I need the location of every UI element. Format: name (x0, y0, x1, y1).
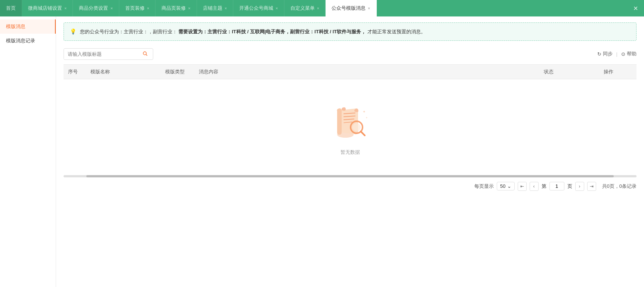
empty-state-row: ✦ ✦ 暂无数据 (64, 79, 637, 171)
empty-illustration: ✦ ✦ (330, 102, 371, 143)
main-layout: 模版消息 模版消息记录 💡 您的公众号行业为：主营行业：，副营行业： 需要设置为… (0, 16, 644, 287)
help-button[interactable]: ⊙ 帮助 (621, 51, 637, 57)
scroll-track[interactable] (64, 175, 637, 177)
nav-tab-template-msg[interactable]: 公众号模版消息 × (326, 0, 376, 16)
per-page-label: 每页显示 (474, 183, 494, 190)
close-tab-open-mall[interactable]: × (275, 6, 278, 10)
notice-box: 💡 您的公众号行业为：主营行业：，副营行业： 需要设置为：主营行业：IT科技 /… (64, 22, 637, 41)
nav-tab-open-mall-label: 开通公众号商城 (239, 5, 273, 12)
per-page-value: 50 (500, 183, 505, 189)
last-page-button[interactable]: ⇥ (587, 182, 596, 191)
nav-tab-wsc-settings[interactable]: 微商城店铺设置 × (22, 0, 73, 16)
search-bar: ↻ 同步 | ⊙ 帮助 (64, 48, 637, 60)
nav-tab-home[interactable]: 首页 (0, 0, 22, 16)
main-content: 💡 您的公众号行业为：主营行业：，副营行业： 需要设置为：主营行业：IT科技 /… (56, 16, 644, 287)
col-status: 状态 (539, 64, 599, 79)
notice-icon: 💡 (70, 28, 76, 34)
svg-text:✦: ✦ (366, 116, 368, 119)
search-input-wrap[interactable] (64, 48, 153, 60)
table-header-row: 序号 模版名称 模版类型 消息内容 状态 操作 (64, 64, 637, 79)
sidebar: 模版消息 模版消息记录 (0, 16, 56, 287)
close-tab-wsc-settings[interactable]: × (64, 6, 67, 10)
empty-state: ✦ ✦ 暂无数据 (64, 79, 637, 171)
pagination: 每页显示 50 ⌄ ⇤ ‹ 第 页 › ⇥ 共0页，0条记录 (64, 182, 637, 191)
nav-tab-shop-theme-label: 店铺主题 (203, 5, 222, 12)
nav-tab-product-decor[interactable]: 商品页装修 × (155, 0, 197, 16)
notice-highlight: 需要设置为：主营行业：IT科技 / 互联网|电子商务，副营行业：IT科技 / I… (178, 29, 366, 34)
sidebar-item-template-record-label: 模版消息记录 (6, 38, 35, 43)
nav-tab-category-label: 商品分类设置 (79, 5, 108, 12)
empty-state-cell: ✦ ✦ 暂无数据 (64, 79, 637, 171)
col-type: 模版类型 (161, 64, 194, 79)
close-tab-template-msg[interactable]: × (368, 6, 370, 10)
page-label-post: 页 (567, 183, 572, 190)
nav-tab-home-label: 首页 (6, 5, 16, 12)
nav-tab-template-msg-label: 公众号模版消息 (332, 5, 366, 12)
sync-label: 同步 (603, 51, 613, 57)
sidebar-item-template-record[interactable]: 模版消息记录 (0, 34, 56, 48)
sync-button[interactable]: ↻ 同步 (597, 51, 613, 57)
table-footer: 每页显示 50 ⌄ ⇤ ‹ 第 页 › ⇥ 共0页，0条记录 (64, 175, 637, 191)
sidebar-item-template-message-label: 模版消息 (6, 24, 25, 29)
nav-tab-open-mall[interactable]: 开通公众号商城 × (233, 0, 284, 16)
close-all-tabs-button[interactable]: ✕ (627, 5, 644, 12)
close-tab-shop-theme[interactable]: × (225, 6, 227, 10)
help-icon: ⊙ (621, 51, 625, 57)
nav-tab-custom-menu-label: 自定义菜单 (290, 5, 315, 12)
col-seq: 序号 (64, 64, 86, 79)
close-tab-custom-menu[interactable]: × (317, 6, 319, 10)
per-page-select[interactable]: 50 ⌄ (497, 182, 514, 190)
help-label: 帮助 (627, 51, 637, 57)
first-page-button[interactable]: ⇤ (518, 182, 527, 191)
nav-tab-home-decor[interactable]: 首页装修 × (119, 0, 155, 16)
svg-line-1 (146, 54, 147, 55)
nav-tab-category-settings[interactable]: 商品分类设置 × (73, 0, 119, 16)
col-action: 操作 (599, 64, 637, 79)
close-tab-category[interactable]: × (110, 6, 113, 10)
nav-tab-shop-theme[interactable]: 店铺主题 × (197, 0, 233, 16)
page-label-pre: 第 (542, 183, 546, 190)
scroll-thumb (86, 175, 613, 177)
data-table: 序号 模版名称 模版类型 消息内容 状态 操作 (64, 64, 637, 171)
search-input[interactable] (64, 49, 139, 59)
current-page-input[interactable] (549, 182, 564, 190)
svg-point-0 (143, 52, 146, 55)
actions-divider: | (616, 51, 617, 57)
notice-prefix: 您的公众号行业为：主营行业：，副营行业： (80, 29, 177, 34)
sidebar-item-template-message[interactable]: 模版消息 (0, 19, 56, 34)
top-navigation: 首页 微商城店铺设置 × 商品分类设置 × 首页装修 × 商品页装修 × 店铺主… (0, 0, 644, 16)
prev-page-button[interactable]: ‹ (530, 182, 539, 191)
nav-tab-product-decor-label: 商品页装修 (161, 5, 186, 12)
svg-point-8 (352, 123, 361, 131)
search-button[interactable] (139, 49, 151, 59)
nav-tab-home-decor-label: 首页装修 (125, 5, 145, 12)
next-page-button[interactable]: › (575, 182, 584, 191)
svg-text:✦: ✦ (363, 110, 366, 114)
close-tab-home-decor[interactable]: × (147, 6, 149, 10)
col-name: 模版名称 (86, 64, 161, 79)
per-page-dropdown-icon: ⌄ (507, 183, 511, 189)
close-tab-product-decor[interactable]: × (188, 6, 190, 10)
nav-tab-wsc-settings-label: 微商城店铺设置 (28, 5, 62, 12)
nav-tab-custom-menu[interactable]: 自定义菜单 × (284, 0, 326, 16)
search-actions: ↻ 同步 | ⊙ 帮助 (597, 51, 637, 57)
empty-text: 暂无数据 (64, 149, 637, 156)
col-content: 消息内容 (194, 64, 539, 79)
sync-icon: ↻ (597, 51, 601, 57)
page-total: 共0页，0条记录 (602, 183, 637, 190)
notice-suffix: 才能正常发送预置的消息。 (367, 29, 426, 34)
svg-line-9 (361, 131, 365, 135)
